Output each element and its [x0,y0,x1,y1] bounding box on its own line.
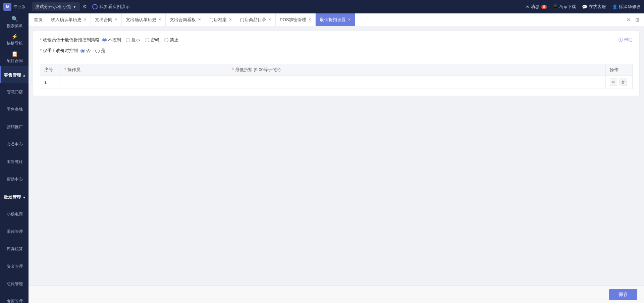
user-menu[interactable]: 👤 徐泽华修改 [612,4,641,10]
tab-contract-label: 支出合同 [95,17,112,23]
tab-income-close[interactable]: ✕ [84,17,87,22]
manual-control-options: 否 是 [80,48,105,54]
user-name: 徐泽华修改 [619,4,641,10]
sidebar-item-ecommerce[interactable]: 小畅电商 [0,205,29,223]
tab-payconfirm-close[interactable]: ✕ [158,17,161,22]
tab-income[interactable]: 收入确认单历史 ✕ [47,13,91,26]
message-icon: ✉ [526,4,529,9]
sidebar-item-ledger[interactable]: 总账管理 [0,275,29,293]
radio-no-input[interactable] [80,49,85,53]
online-service-btn[interactable]: 💬 在线客服 [582,4,606,10]
wholesale-expand-icon: ▼ [22,196,26,199]
project-selector[interactable]: 测试分开示程·小览 ▼ [32,2,80,11]
sidebar-item-inventory[interactable]: 库存核算 [0,240,29,258]
sidebar-item-help[interactable]: 帮助中心 [0,170,29,188]
edit-row-btn[interactable]: ✏ [610,79,617,86]
sidebar-label-member: 会员中心 [7,142,23,147]
tab-contract[interactable]: 支出合同 ✕ [91,13,122,26]
demo-link[interactable]: 我要看实例演示 [92,4,130,10]
table-header: 序号 操作员 最低折扣 (9.00等于9折) 操作 [40,64,633,76]
messages-badge: 8 [541,5,547,9]
sidebar-label-finance: 资金管理 [7,264,23,269]
tab-close-all-btn[interactable]: ✕ [625,16,632,23]
app-version: 专业版 [13,4,25,10]
sidebar-item-purchase[interactable]: 采购管理 [0,223,29,240]
sidebar-item-smartstore[interactable]: 智慧门店 [0,83,29,101]
sidebar-item-project[interactable]: 📋 项目合同 [0,48,29,66]
help-link[interactable]: ⓘ 帮助 [619,37,633,43]
col-action: 操作 [606,64,633,76]
discount-policy-options: 不控制 提示 密码 [102,37,178,43]
content-area: 首页 收入确认单历史 ✕ 支出合同 ✕ 支出确认单历史 ✕ 支出合同看板 ✕ 门… [29,13,644,303]
tab-storefile[interactable]: 门店档案 ✕ [205,13,236,26]
radio-yes[interactable]: 是 [95,48,105,54]
tab-storefile-close[interactable]: ✕ [229,17,232,22]
form-fields: 收银员低于最低折扣控制策略 不控制 提示 [40,37,619,58]
tab-mindiscount-label: 最低折扣设置 [320,17,346,23]
logo-icon: 畅 [3,3,11,11]
manual-control-label: 仅手工改价时控制 [40,48,78,54]
project-icon: 📋 [11,51,18,57]
tab-more-btn[interactable]: ⊞ [634,16,641,23]
delete-row-btn[interactable]: 🗑 [620,79,627,86]
sidebar-label-smartstore: 智慧门店 [7,89,23,95]
tab-contract-close[interactable]: ✕ [114,17,117,22]
sidebar-label-wholesale: 批发管理 [4,194,21,200]
sidebar-item-retailstat[interactable]: 零售统计 [0,153,29,170]
radio-ban-input[interactable] [164,38,168,42]
online-service-label: 在线客服 [589,4,606,10]
quicknav-icon: ⚡ [11,33,18,40]
radio-password[interactable]: 密码 [145,37,159,43]
settings-gear[interactable]: ⚙ [83,4,87,10]
sidebar-item-finance[interactable]: 资金管理 [0,258,29,275]
tab-income-label: 收入确认单历史 [51,17,82,23]
tab-storeproduct-close[interactable]: ✕ [268,17,271,22]
save-button[interactable]: 保存 [609,289,637,300]
radio-ban-label: 禁止 [170,37,178,43]
radio-hint-input[interactable] [126,38,130,42]
tab-posmanage-label: POS加密管理 [280,17,306,23]
tab-storeproduct[interactable]: 门店商品目录 ✕ [236,13,276,26]
top-bar-right: ✉ 消息 8 📱 App下载 💬 在线客服 👤 徐泽华修改 [526,4,641,10]
radio-hint[interactable]: 提示 [126,37,140,43]
tab-contractview-close[interactable]: ✕ [198,17,201,22]
radio-hint-label: 提示 [131,37,140,43]
sidebar-label-project: 项目合同 [7,58,23,64]
tab-contractview[interactable]: 支出合同看板 ✕ [166,13,205,26]
tab-payconfirm[interactable]: 支出确认单历史 ✕ [122,13,166,26]
sidebar-item-search[interactable]: 🔍 搜索菜单 [0,13,29,31]
table-row: 1 ✏ 🗑 [40,76,633,89]
cell-seq: 1 [40,76,60,89]
sidebar-item-retail[interactable]: 零售管理 ▲ [0,66,29,83]
radio-no-label: 否 [86,48,91,54]
sidebar-item-retailmall[interactable]: 零售商城 [0,101,29,118]
tab-posmanage-close[interactable]: ✕ [308,17,311,22]
radio-ban[interactable]: 禁止 [164,37,178,43]
discount-policy-label: 收银员低于最低折扣控制策略 [40,37,100,43]
radio-no[interactable]: 否 [80,48,91,54]
tab-home[interactable]: 首页 [30,13,47,26]
tab-posmanage[interactable]: POS加密管理 ✕ [276,13,316,26]
sidebar-item-invoice[interactable]: 发票管理 [0,293,29,303]
radio-password-input[interactable] [145,38,149,42]
sidebar-item-marketing[interactable]: 营销推广 [0,118,29,136]
demo-icon [92,4,98,9]
sidebar-item-wholesale[interactable]: 批发管理 ▼ [0,188,29,205]
sidebar-label-retail: 零售管理 [4,72,21,78]
cell-discount [228,76,606,89]
tab-mindiscount[interactable]: 最低折扣设置 ✕ [316,13,355,26]
tab-storefile-label: 门店档案 [209,17,227,23]
radio-none[interactable]: 不控制 [102,37,121,43]
top-bar: 畅 专业版 测试分开示程·小览 ▼ ⚙ 我要看实例演示 ✉ 消息 8 📱 App… [0,0,644,13]
tab-mindiscount-close[interactable]: ✕ [348,17,351,22]
discount-table: 序号 操作员 最低折扣 (9.00等于9折) 操作 [40,64,633,89]
radio-yes-input[interactable] [95,49,100,53]
sidebar: 🔍 搜索菜单 ⚡ 快捷导航 📋 项目合同 零售管理 ▲ 智慧门店 零售商城 营销… [0,13,29,303]
app-download-btn[interactable]: 📱 App下载 [553,4,576,10]
sidebar-item-member[interactable]: 会员中心 [0,136,29,153]
sidebar-item-quicknav[interactable]: ⚡ 快捷导航 [0,31,29,48]
messages-btn[interactable]: ✉ 消息 8 [526,4,547,10]
radio-none-input[interactable] [102,38,107,42]
settings-form-card: 收银员低于最低折扣控制策略 不控制 提示 [33,31,639,96]
page-content: 收银员低于最低折扣控制策略 不控制 提示 [29,26,644,286]
